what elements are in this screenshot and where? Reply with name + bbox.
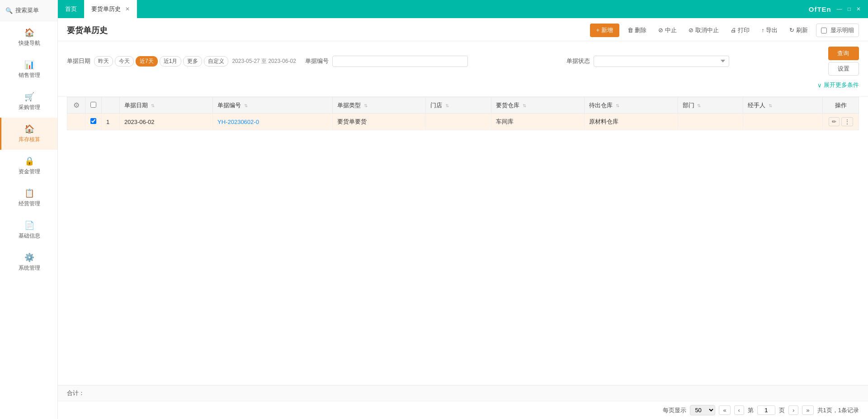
- cell-doc-no: YH-20230602-0: [213, 114, 333, 130]
- sidebar-item-inventory[interactable]: 🏠 库存核算: [0, 118, 57, 150]
- cell-department: [678, 114, 743, 130]
- stop-button[interactable]: ⊘ 中止: [655, 24, 680, 37]
- col-doc-type[interactable]: 单据类型 ⇅: [333, 97, 426, 114]
- display-cell-button[interactable]: 显示明细: [816, 24, 859, 37]
- row-more-btn[interactable]: ⋮: [841, 117, 853, 126]
- col-settings: ⚙: [67, 97, 85, 114]
- date-btn-today[interactable]: 今天: [115, 56, 134, 67]
- delete-button[interactable]: 🗑 删除: [624, 24, 651, 37]
- operations-icon: 📋: [24, 188, 34, 198]
- page-header: 要货单历史 + 新增 🗑 删除 ⊘ 中止 ⊘ 取消中止 🖨 打印 ↑ 导出 ↻ …: [58, 18, 868, 41]
- print-button[interactable]: 🖨 打印: [727, 24, 754, 37]
- expand-more-button[interactable]: ∨ 展开更多条件: [817, 79, 859, 91]
- date-btn-last1month[interactable]: 近1月: [160, 56, 182, 67]
- sidebar-item-sales[interactable]: 📊 销售管理: [0, 53, 57, 86]
- home-icon: 🏠: [24, 28, 34, 38]
- date-btn-custom[interactable]: 自定义: [204, 56, 228, 67]
- next-page-btn[interactable]: ›: [788, 405, 798, 415]
- page-input[interactable]: [757, 405, 775, 415]
- sidebar-item-label: 销售管理: [19, 71, 40, 79]
- window-minimize-btn[interactable]: —: [837, 6, 842, 12]
- col-doc-date[interactable]: 单据日期 ⇅: [120, 97, 213, 114]
- page-label: 第: [748, 406, 754, 414]
- sidebar-item-finance[interactable]: 🔒 资金管理: [0, 150, 57, 182]
- sidebar-item-basic[interactable]: 📄 基础信息: [0, 214, 57, 246]
- purchase-icon: 🛒: [24, 92, 34, 102]
- date-buttons: 昨天 今天 近7天 近1月 更多 自定义: [94, 56, 228, 67]
- sort-icon-doc-type: ⇅: [364, 103, 368, 108]
- col-handler[interactable]: 经手人 ⇅: [743, 97, 823, 114]
- date-btn-more[interactable]: 更多: [183, 56, 202, 67]
- settings-button[interactable]: 设置: [828, 62, 859, 76]
- cell-doc-date: 2023-06-02: [120, 114, 213, 130]
- data-table: ⚙ 单据日期 ⇅ 单据编号 ⇅: [67, 97, 859, 130]
- expand-more-label: 展开更多条件: [824, 81, 859, 89]
- sidebar-item-operations[interactable]: 📋 经营管理: [0, 182, 57, 214]
- col-pending-warehouse[interactable]: 待出仓库 ⇅: [585, 97, 678, 114]
- window-close-btn[interactable]: ✕: [856, 6, 861, 12]
- doc-no-link[interactable]: YH-20230602-0: [217, 119, 259, 125]
- last-page-btn[interactable]: »: [802, 405, 813, 415]
- sidebar-item-quick-nav[interactable]: 🏠 快捷导航: [0, 21, 57, 53]
- sidebar-search-label: 搜索菜单: [15, 6, 39, 14]
- cell-pending-warehouse: 原材料仓库: [585, 114, 678, 130]
- status-select[interactable]: [594, 56, 729, 67]
- prev-page-btn[interactable]: ‹: [734, 405, 744, 415]
- sidebar-item-label: 库存核算: [19, 136, 40, 143]
- tab-close-icon[interactable]: ✕: [125, 6, 130, 12]
- refresh-button[interactable]: ↻ 刷新: [786, 24, 811, 37]
- query-button[interactable]: 查询: [828, 47, 859, 60]
- sort-icon-doc-date: ⇅: [151, 103, 155, 108]
- system-icon: ⚙️: [24, 252, 34, 262]
- sidebar-item-purchase[interactable]: 🛒 采购管理: [0, 86, 57, 118]
- col-doc-no-label: 单据编号: [217, 102, 241, 109]
- cell-handler: [743, 114, 823, 130]
- tab-requisition-label: 要货单历史: [91, 5, 121, 13]
- sidebar-item-label: 资金管理: [19, 168, 40, 176]
- col-req-warehouse[interactable]: 要货仓库 ⇅: [491, 97, 585, 114]
- sort-icon-req-warehouse: ⇅: [523, 103, 526, 108]
- sort-icon-department: ⇅: [697, 103, 701, 108]
- row-checkbox[interactable]: [90, 118, 96, 124]
- finance-icon: 🔒: [24, 156, 34, 166]
- cell-settings: [67, 114, 85, 130]
- date-btn-yesterday[interactable]: 昨天: [94, 56, 113, 67]
- date-btn-last7days[interactable]: 近7天: [136, 56, 158, 67]
- new-button[interactable]: + 新增: [590, 24, 619, 37]
- col-seq: [102, 97, 120, 114]
- sidebar-item-label: 经营管理: [19, 200, 40, 208]
- total-label: 共1页，1条记录: [817, 406, 859, 414]
- col-doc-no[interactable]: 单据编号 ⇅: [213, 97, 333, 114]
- chevron-down-icon: ∨: [817, 82, 822, 89]
- col-store-label: 门店: [430, 102, 442, 109]
- doc-no-label: 单据编号: [305, 57, 329, 65]
- sidebar-item-label: 基础信息: [19, 232, 40, 240]
- filter-area: 单据日期 昨天 今天 近7天 近1月 更多 自定义 2023-05-27 至 2…: [58, 41, 868, 97]
- page-suffix: 页: [779, 406, 785, 414]
- select-all-checkbox[interactable]: [90, 102, 96, 108]
- col-pending-warehouse-label: 待出仓库: [589, 102, 613, 109]
- tab-requisition-history[interactable]: 要货单历史 ✕: [84, 0, 137, 18]
- per-page-select[interactable]: 50 10 20 100: [690, 405, 715, 415]
- col-doc-date-label: 单据日期: [124, 102, 148, 109]
- doc-no-input[interactable]: [332, 56, 468, 67]
- tab-home[interactable]: 首页: [58, 0, 84, 18]
- page-title: 要货单历史: [67, 25, 108, 36]
- col-department[interactable]: 部门 ⇅: [678, 97, 743, 114]
- display-cell-checkbox[interactable]: [821, 28, 827, 33]
- cancel-stop-button[interactable]: ⊘ 取消中止: [685, 24, 722, 37]
- table-area: ⚙ 单据日期 ⇅ 单据编号 ⇅: [58, 97, 868, 385]
- export-button[interactable]: ↑ 导出: [758, 24, 781, 37]
- sidebar-search[interactable]: 🔍 搜索菜单: [0, 0, 57, 21]
- date-filter-group: 单据日期 昨天 今天 近7天 近1月 更多 自定义 2023-05-27 至 2…: [67, 56, 296, 67]
- col-store[interactable]: 门店 ⇅: [426, 97, 491, 114]
- row-edit-btn[interactable]: ✏: [829, 117, 840, 126]
- top-bar-right: OfTEn — □ ✕: [809, 5, 868, 13]
- sidebar-item-system[interactable]: ⚙️ 系统管理: [0, 246, 57, 278]
- window-maximize-btn[interactable]: □: [848, 6, 851, 12]
- search-icon: 🔍: [5, 7, 13, 14]
- filter-row-1: 单据日期 昨天 今天 近7天 近1月 更多 自定义 2023-05-27 至 2…: [67, 47, 859, 76]
- first-page-btn[interactable]: «: [719, 405, 730, 415]
- doc-no-filter-group: 单据编号: [305, 56, 558, 67]
- column-settings-icon[interactable]: ⚙: [73, 101, 80, 109]
